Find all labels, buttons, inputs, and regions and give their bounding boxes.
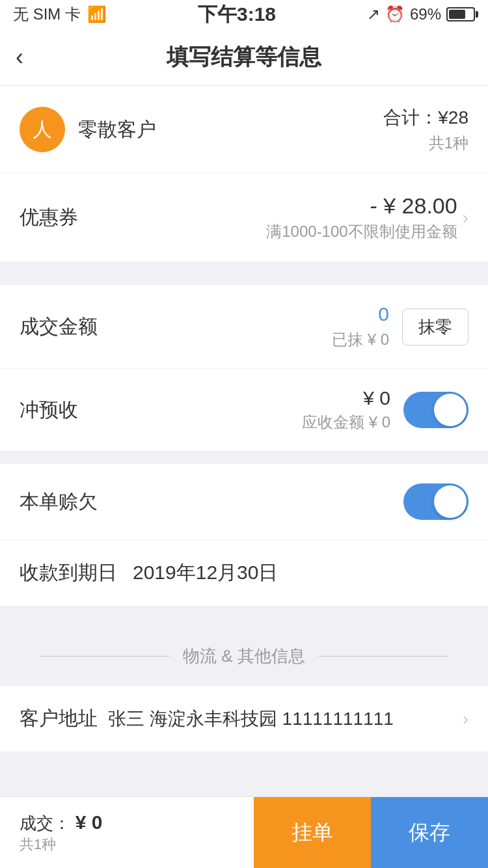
coupon-desc: 满1000-100不限制使用金额	[266, 221, 457, 242]
content: 人 零散客户 合计：¥28 共1种 优惠券 - ¥ 28.00 满1000-10…	[0, 86, 488, 840]
transaction-label: 成交金额	[20, 314, 98, 340]
address-value: 张三 海淀永丰科技园 11111111111	[108, 707, 452, 731]
bottom-info: 成交： ¥ 0 共1种	[0, 797, 254, 868]
pre-received-amount: ¥ 0	[302, 387, 390, 409]
form-section-1: 成交金额 0 已抹 ¥ 0 抹零 冲预收 ¥ 0 应收金额 ¥ 0	[0, 285, 488, 451]
bottom-bar: 成交： ¥ 0 共1种 挂单 保存	[0, 796, 488, 868]
pre-received-values: ¥ 0 应收金额 ¥ 0	[302, 387, 390, 433]
coupon-amount: - ¥ 28.00	[266, 193, 457, 219]
transaction-value: 0	[332, 303, 389, 325]
customer-section: 人 零散客户 合计：¥28 共1种 优惠券 - ¥ 28.00 满1000-10…	[0, 86, 488, 262]
round-zero-button[interactable]: 抹零	[402, 308, 468, 346]
section-divider-3	[0, 616, 488, 629]
total-count: 共1种	[383, 133, 468, 154]
pre-received-receivable: 应收金额 ¥ 0	[302, 412, 390, 433]
alarm-icon: ⏰	[385, 5, 405, 23]
due-date-value: 2019年12月30日	[133, 560, 278, 586]
customer-total: 合计：¥28 共1种	[383, 105, 468, 154]
battery-percent: 69%	[410, 5, 441, 23]
address-section: 客户地址 张三 海淀永丰科技园 11111111111 ›	[0, 686, 488, 752]
this-order-section: 本单赊欠 收款到期日 2019年12月30日	[0, 464, 488, 606]
section-divider-2	[0, 451, 488, 464]
coupon-row[interactable]: 优惠券 - ¥ 28.00 满1000-100不限制使用金额 ›	[0, 173, 488, 262]
transaction-sub: 已抹 ¥ 0	[332, 329, 389, 350]
transaction-right: 0 已抹 ¥ 0 抹零	[332, 303, 468, 350]
coupon-right: - ¥ 28.00 满1000-100不限制使用金额	[266, 193, 457, 242]
status-time: 下午3:18	[198, 1, 276, 28]
status-bar: 无 SIM 卡 📶 下午3:18 ↗ ⏰ 69%	[0, 0, 488, 29]
this-order-toggle-knob	[434, 485, 467, 518]
total-amount: 合计：¥28	[383, 105, 468, 130]
bottom-deal-label: 成交：	[20, 813, 70, 833]
nav-bar: ‹ 填写结算等信息	[0, 29, 488, 86]
battery-icon	[446, 7, 475, 21]
toggle-knob	[434, 394, 467, 426]
wifi-icon: 📶	[87, 5, 107, 23]
location-icon: ↗	[367, 5, 380, 23]
transaction-amount-row: 成交金额 0 已抹 ¥ 0 抹零	[0, 285, 488, 369]
due-date-label: 收款到期日	[20, 560, 117, 586]
status-left: 无 SIM 卡 📶	[13, 4, 107, 25]
avatar: 人	[20, 107, 65, 152]
bottom-deal-amount: ¥ 0	[75, 811, 103, 833]
coupon-label: 优惠券	[20, 204, 78, 231]
customer-left: 人 零散客户	[20, 107, 156, 152]
page-title: 填写结算等信息	[167, 42, 321, 72]
bottom-count: 共1种	[20, 835, 234, 854]
this-order-row: 本单赊欠	[0, 464, 488, 539]
bottom-deal-row: 成交： ¥ 0	[20, 811, 234, 835]
section-divider-1	[0, 272, 488, 285]
customer-row: 人 零散客户 合计：¥28 共1种	[0, 86, 488, 173]
pre-received-row: 冲预收 ¥ 0 应收金额 ¥ 0	[0, 369, 488, 451]
this-order-label: 本单赊欠	[20, 489, 98, 515]
address-label: 客户地址	[20, 705, 98, 732]
back-button[interactable]: ‹	[16, 44, 23, 71]
carrier-text: 无 SIM 卡	[13, 4, 81, 25]
address-chevron-icon: ›	[463, 709, 468, 729]
customer-name: 零散客户	[78, 116, 156, 143]
this-order-toggle[interactable]	[403, 483, 468, 520]
address-row[interactable]: 客户地址 张三 海淀永丰科技园 11111111111 ›	[0, 686, 488, 752]
save-button[interactable]: 保存	[371, 797, 488, 868]
status-right: ↗ ⏰ 69%	[367, 5, 475, 23]
logistics-label: 物流 & 其他信息	[183, 645, 305, 668]
pre-received-toggle[interactable]	[403, 392, 468, 428]
pre-received-label: 冲预收	[20, 397, 78, 424]
pending-button[interactable]: 挂单	[254, 797, 371, 868]
due-date-row: 收款到期日 2019年12月30日	[0, 539, 488, 606]
logistics-section: 物流 & 其他信息	[0, 629, 488, 683]
coupon-chevron-icon: ›	[463, 208, 468, 228]
logistics-divider: 物流 & 其他信息	[0, 645, 488, 668]
